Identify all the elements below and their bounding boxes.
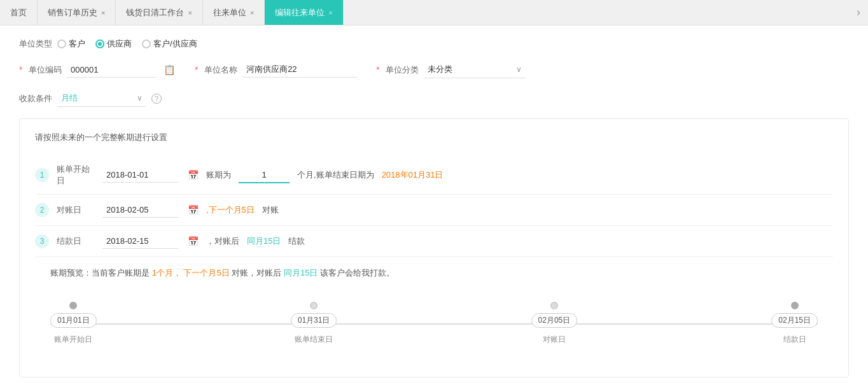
tab-cashflow-label: 钱货日清工作台 — [126, 7, 184, 18]
unit-type-row: 单位类型 客户 供应商 客户/供应商 — [19, 38, 849, 50]
tl-chip-3: 02月15日 — [771, 313, 818, 328]
preview-check-normal: 对账，对账后 — [232, 268, 281, 278]
radio-customer-circle — [57, 39, 66, 48]
unit-category-item: * 单位分类 未分类 ∨ — [376, 61, 526, 78]
preview-section: 账期预览：当前客户账期是 1个月， 下一个月5日 对账，对账后 同月15日 该客… — [35, 257, 833, 289]
main-content: 单位类型 客户 供应商 客户/供应商 * 单位编码 — [0, 25, 868, 387]
tabs-bar: 首页 销售订单历史 × 钱货日清工作台 × 往来单位 × 编辑往来单位 × › — [0, 0, 868, 25]
radio-both-label: 客户/供应商 — [153, 38, 197, 50]
radio-supplier[interactable]: 供应商 — [95, 38, 132, 50]
tl-chip-1: 01月31日 — [291, 313, 337, 328]
timeline-bar: 01月01日 账单开始日 01月31日 账单结束日 02月05日 对账日 — [50, 302, 818, 345]
step-3-desc-teal: 同月15日 — [247, 236, 281, 247]
unit-category-value: 未分类 — [428, 64, 512, 75]
payment-dropdown[interactable]: 月结 ∨ — [57, 90, 146, 107]
tab-edit-unit[interactable]: 编辑往来单位 × — [265, 0, 343, 25]
step-3-desc-prefix: ，对账后 — [206, 236, 239, 247]
radio-customer-label: 客户 — [69, 38, 85, 50]
unit-cat-required: * — [376, 65, 379, 74]
tab-cashflow[interactable]: 钱货日清工作台 × — [116, 0, 202, 25]
unit-name-item: * 单位名称 — [195, 62, 357, 78]
step-2-label: 对账日 — [57, 204, 95, 216]
tl-point-3: 02月15日 结款日 — [771, 302, 818, 345]
close-icon[interactable]: × — [101, 9, 105, 17]
payment-label: 收款条件 — [19, 93, 52, 104]
step-3-row: 3 结款日 📅 ，对账后 同月15日 结款 — [35, 226, 833, 257]
calendar-2-icon[interactable]: 📅 — [188, 205, 199, 215]
tl-chip-2: 02月05日 — [531, 313, 578, 328]
radio-customer[interactable]: 客户 — [57, 38, 85, 50]
help-icon[interactable]: ? — [151, 94, 162, 104]
tab-more-button[interactable]: › — [849, 0, 868, 25]
tab-edit-unit-label: 编辑往来单位 — [275, 7, 325, 18]
unit-category-dropdown[interactable]: 未分类 ∨ — [424, 61, 526, 78]
tab-home[interactable]: 首页 — [0, 0, 38, 25]
unit-code-input[interactable] — [67, 62, 156, 78]
step-3-label: 结款日 — [57, 236, 95, 247]
tab-sales-history-label: 销售订单历史 — [48, 7, 97, 18]
step-1-desc-suffix: 个月,账单结束日期为 — [297, 169, 374, 181]
radio-supplier-label: 供应商 — [107, 38, 132, 50]
close-icon[interactable]: × — [250, 9, 254, 17]
tab-sales-history[interactable]: 销售订单历史 × — [38, 0, 116, 25]
preview-period-orange: 1个月， — [152, 268, 181, 278]
preview-label: 账期预览：当前客户账期是 — [50, 268, 150, 278]
tl-label-3: 结款日 — [783, 334, 806, 345]
calendar-1-icon[interactable]: 📅 — [188, 170, 199, 180]
unit-type-item: 单位类型 客户 供应商 客户/供应商 — [19, 38, 197, 50]
tl-label-2: 对账日 — [543, 334, 566, 345]
step-1-end-date: 2018年01月31日 — [382, 169, 444, 181]
step-3-num: 3 — [35, 234, 49, 248]
payment-value: 月结 — [61, 92, 133, 104]
tl-dot-1 — [310, 302, 318, 309]
unit-category-label: 单位分类 — [386, 64, 419, 76]
unit-name-required: * — [195, 65, 198, 74]
step-2-row: 2 对账日 📅 ,下一个月5日 对账 — [35, 195, 833, 226]
unit-name-label: 单位名称 — [204, 64, 237, 76]
preview-pay-suffix: 该客户会给我打款。 — [320, 268, 395, 278]
step-1-num: 1 — [35, 168, 49, 182]
step-2-num: 2 — [35, 203, 49, 217]
radio-both-circle — [142, 39, 151, 48]
step-1-label: 账单开始日 — [57, 164, 95, 186]
step-3-desc-suffix: 结款 — [288, 236, 305, 247]
close-icon[interactable]: × — [188, 9, 192, 17]
copy-icon[interactable]: 📋 — [164, 64, 176, 76]
tl-point-0: 01月01日 账单开始日 — [50, 302, 97, 345]
radio-both[interactable]: 客户/供应商 — [142, 38, 197, 50]
tl-point-1: 01月31日 账单结束日 — [291, 302, 337, 345]
unit-details-row: * 单位编码 📋 * 单位名称 * 单位分类 未分类 ∨ — [19, 61, 849, 78]
calendar-3-icon[interactable]: 📅 — [188, 236, 199, 246]
payment-row: 收款条件 月结 ∨ ? — [19, 90, 849, 107]
close-icon[interactable]: × — [328, 9, 332, 17]
timeline-points: 01月01日 账单开始日 01月31日 账单结束日 02月05日 对账日 — [50, 302, 818, 345]
timeline-bar-container: 01月01日 账单开始日 01月31日 账单结束日 02月05日 对账日 — [35, 289, 833, 364]
period-input[interactable] — [239, 167, 290, 183]
unit-code-item: * 单位编码 📋 — [19, 62, 176, 78]
step-3-date-input[interactable] — [102, 234, 179, 249]
tl-dot-2 — [550, 302, 558, 309]
tab-units-label: 往来单位 — [213, 7, 246, 18]
unit-type-radio-group: 客户 供应商 客户/供应商 — [57, 38, 197, 50]
tl-label-0: 账单开始日 — [54, 334, 92, 345]
step-2-desc-orange: ,下一个月5日 — [206, 204, 255, 216]
radio-supplier-circle — [95, 39, 104, 48]
tab-home-label: 首页 — [10, 7, 27, 18]
tl-point-2: 02月05日 对账日 — [531, 302, 578, 345]
unit-code-required: * — [19, 65, 22, 74]
unit-type-label: 单位类型 — [19, 38, 52, 50]
tl-dot-start — [69, 302, 77, 309]
tl-dot-end — [791, 302, 799, 309]
card-title: 请按照未来的一个完整帐期进行设置 — [35, 132, 833, 143]
payment-item: 收款条件 月结 ∨ ? — [19, 90, 162, 107]
step-1-desc-prefix: 账期为 — [206, 169, 231, 181]
unit-code-label: 单位编码 — [29, 64, 62, 76]
preview-check-orange: 下一个月5日 — [183, 268, 229, 278]
chevron-right-icon: › — [857, 6, 860, 19]
unit-name-input[interactable] — [242, 62, 357, 78]
step-1-date-input[interactable] — [102, 167, 179, 183]
tab-units[interactable]: 往来单位 × — [203, 0, 265, 25]
step-2-desc-normal: 对账 — [262, 204, 279, 216]
preview-pay-teal: 同月15日 — [284, 268, 318, 278]
step-2-date-input[interactable] — [102, 202, 179, 218]
